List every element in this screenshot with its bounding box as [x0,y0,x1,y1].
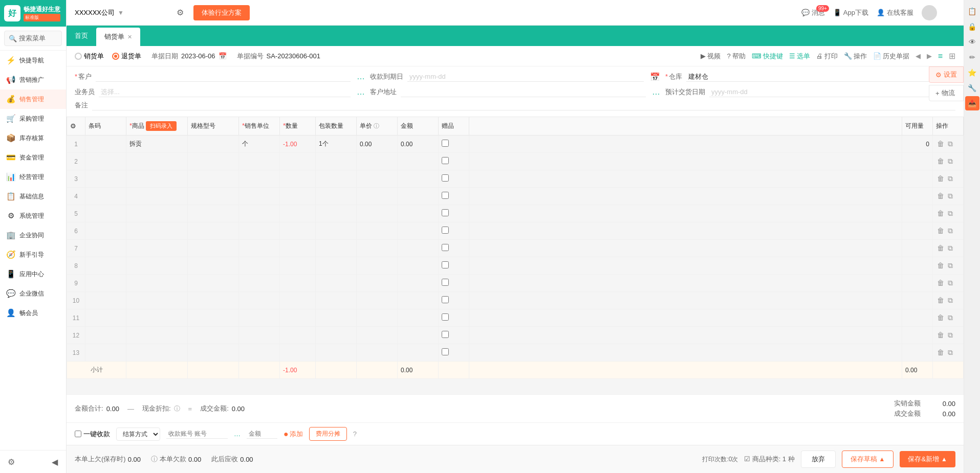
row-delete-icon-10[interactable]: 🗑 [937,296,944,304]
row-price-4[interactable] [357,188,398,205]
salesperson-more-icon[interactable]: … [357,87,365,97]
warehouse-input[interactable] [686,72,941,82]
row-product-4[interactable] [126,188,188,205]
receivable-date-input[interactable] [407,72,644,82]
row-qty-9[interactable] [280,275,316,292]
row-delete-icon-1[interactable]: 🗑 [937,140,944,148]
account-more-icon[interactable]: … [234,430,241,438]
row-price-12[interactable] [357,327,398,344]
customer-input[interactable] [96,72,351,82]
payment-method-select[interactable]: 结算方式 [116,427,160,441]
row-delete-icon-3[interactable]: 🗑 [937,174,944,183]
row-barcode-4[interactable] [85,188,126,205]
sidebar-item-corp[interactable]: 🏢 企业协同 [0,226,66,245]
row-product-5[interactable] [126,205,188,222]
sidebar-item-system[interactable]: ⚙ 系统管理 [0,206,66,226]
logistics-button[interactable]: + 物流 [929,85,964,101]
row-copy-icon-12[interactable]: ⧉ [948,331,953,339]
row-copy-icon-9[interactable]: ⧉ [948,279,953,287]
row-gift-13[interactable] [439,344,469,362]
row-price-7[interactable] [357,240,398,257]
rp-btn-5[interactable]: ⭐ [965,65,979,80]
grid-view-btn[interactable]: ≡ [938,52,943,61]
help-btn[interactable]: ? 帮助 [727,52,745,61]
receivable-date-calendar-icon[interactable]: 📅 [650,72,660,82]
row-delete-icon-7[interactable]: 🗑 [937,244,944,252]
row-product-13[interactable] [126,344,188,362]
row-product-8[interactable] [126,257,188,275]
row-qty-3[interactable] [280,170,316,188]
row-barcode-12[interactable] [85,327,126,344]
sidebar-item-app[interactable]: 📱 应用中心 [0,264,66,284]
save-new-button[interactable]: 保存&新增 ▲ [900,451,955,467]
row-note-3[interactable] [469,170,902,188]
row-price-1[interactable]: 0.00 [357,136,398,153]
row-note-8[interactable] [469,257,902,275]
salesperson-input[interactable] [99,87,351,97]
row-qty-13[interactable] [280,344,316,362]
row-price-2[interactable] [357,153,398,170]
row-copy-icon-1[interactable]: ⧉ [948,140,953,148]
row-spec-13[interactable] [188,344,239,362]
row-note-13[interactable] [469,344,902,362]
row-note-10[interactable] [469,292,902,309]
row-gift-9[interactable] [439,275,469,292]
row-barcode-3[interactable] [85,170,126,188]
rp-btn-7[interactable]: 📤 [965,96,979,110]
radio-sales[interactable]: 销货单 [75,52,104,61]
row-barcode-8[interactable] [85,257,126,275]
row-gift-7[interactable] [439,240,469,257]
row-price-13[interactable] [357,344,398,362]
video-btn[interactable]: ▶ 视频 [701,52,721,61]
row-gift-8[interactable] [439,257,469,275]
row-copy-icon-6[interactable]: ⧉ [948,227,953,235]
row-note-7[interactable] [469,240,902,257]
sidebar-item-wechat[interactable]: 💬 企业微信 [0,284,66,303]
owe-info-icon[interactable]: ⓘ [151,455,158,464]
payment-amount-input[interactable] [247,429,277,439]
row-price-11[interactable] [357,309,398,327]
row-barcode-11[interactable] [85,309,126,327]
payment-account-input[interactable] [166,429,228,439]
history-btn[interactable]: 📄 历史单据 [873,52,909,61]
next-record-icon[interactable]: ▶ [927,52,932,60]
row-product-7[interactable] [126,240,188,257]
row-note-11[interactable] [469,309,902,327]
customer-addr-input[interactable] [401,87,646,97]
calendar-icon[interactable]: 📅 [219,52,227,60]
trial-button[interactable]: 体验行业方案 [193,5,250,20]
expected-date-input[interactable] [709,87,939,97]
row-gift-5[interactable] [439,205,469,222]
rp-btn-2[interactable]: 🔒 [965,19,979,34]
row-note-5[interactable] [469,205,902,222]
topbar-settings-button[interactable]: ⚙ [173,6,187,20]
row-price-5[interactable] [357,205,398,222]
sidebar-item-purchase[interactable]: 🛒 采购管理 [0,109,66,128]
row-barcode-2[interactable] [85,153,126,170]
row-product-6[interactable] [126,222,188,240]
row-gift-6[interactable] [439,222,469,240]
row-product-2[interactable] [126,153,188,170]
row-product-1[interactable]: 拆贡 [126,136,188,153]
sidebar-item-quick[interactable]: ⚡ 快捷导航 [0,51,66,70]
row-note-9[interactable] [469,275,902,292]
online-service-button[interactable]: 👤 在线客服 [877,8,913,17]
radio-return[interactable]: 退货单 [112,52,141,61]
scan-btn[interactable]: 扫码录入 [146,121,177,131]
sidebar-item-stock[interactable]: 📦 库存核算 [0,128,66,148]
row-barcode-5[interactable] [85,205,126,222]
row-copy-icon-4[interactable]: ⧉ [948,192,953,200]
row-qty-10[interactable] [280,292,316,309]
tab-sales-order[interactable]: 销货单 ✕ [96,28,140,46]
row-barcode-6[interactable] [85,222,126,240]
row-delete-icon-9[interactable]: 🗑 [937,279,944,287]
row-qty-8[interactable] [280,257,316,275]
row-gift-10[interactable] [439,292,469,309]
row-spec-11[interactable] [188,309,239,327]
row-product-12[interactable] [126,327,188,344]
price-info-icon[interactable]: ⓘ [374,123,379,129]
row-delete-icon-2[interactable]: 🗑 [937,157,944,165]
user-avatar[interactable] [922,5,937,20]
row-spec-6[interactable] [188,222,239,240]
table-container[interactable]: ⚙ 条码 *商品 扫码录入 规格型号 *销售单位 *数量 包装数量 单价 ⓘ [67,117,964,394]
